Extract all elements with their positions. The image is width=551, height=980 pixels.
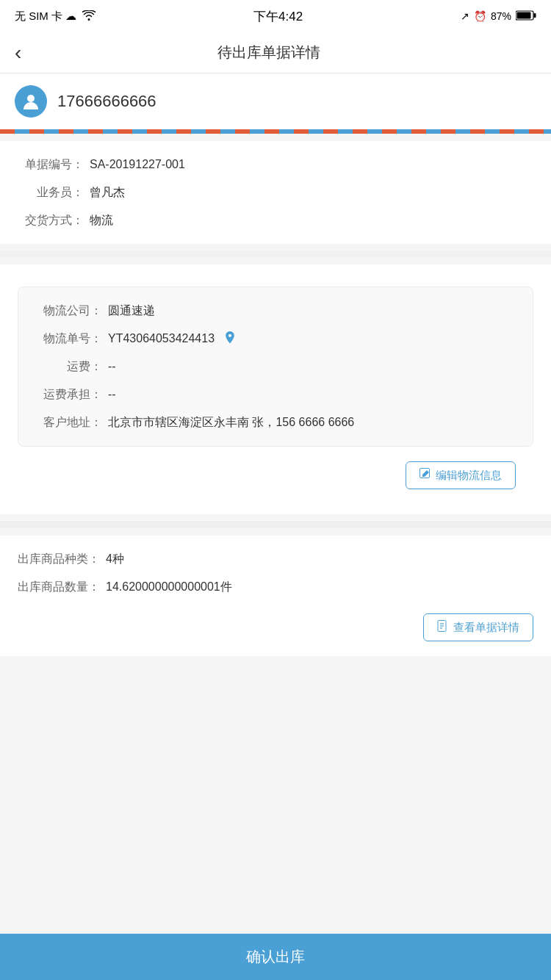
address-value: 北京市市辖区海淀区永丰南 张，156 6666 6666 <box>108 414 515 431</box>
delivery-method-label: 交货方式： <box>18 212 84 229</box>
goods-quantity-label: 出库商品数量： <box>18 578 100 596</box>
status-time: 下午4:42 <box>253 8 303 25</box>
delivery-method-value: 物流 <box>90 212 533 229</box>
view-detail-area: 查看单据详情 <box>18 606 533 641</box>
salesperson-label: 业务员： <box>18 184 84 201</box>
wifi-icon <box>82 10 96 23</box>
freight-row: 运费： -- <box>36 358 515 375</box>
view-detail-label: 查看单据详情 <box>453 621 519 635</box>
svg-rect-1 <box>533 13 536 18</box>
section-separator-2 <box>0 522 551 528</box>
goods-quantity-value: 14.620000000000001件 <box>106 578 533 596</box>
document-icon <box>437 620 449 635</box>
page-title: 待出库单据详情 <box>33 43 504 62</box>
status-left: 无 SIM 卡 ☁ <box>15 10 96 24</box>
goods-types-label: 出库商品种类： <box>18 550 100 568</box>
bottom-spacer <box>0 663 551 796</box>
delivery-method-row: 交货方式： 物流 <box>18 212 533 229</box>
svg-rect-2 <box>516 12 530 18</box>
document-no-row: 单据编号： SA-20191227-001 <box>18 156 533 173</box>
battery-text: 87% <box>491 10 511 22</box>
avatar <box>15 85 47 118</box>
freight-label: 运费： <box>36 358 102 375</box>
tracking-no-row: 物流单号： YT43064053424413 <box>36 330 515 347</box>
section-separator-1 <box>0 251 551 257</box>
freight-value: -- <box>108 358 515 375</box>
svg-point-3 <box>27 95 35 102</box>
status-right: ↗ ⏰ 87% <box>461 10 536 23</box>
tracking-location-icon[interactable] <box>222 331 238 347</box>
salesperson-value: 曾凡杰 <box>90 184 533 201</box>
view-detail-button[interactable]: 查看单据详情 <box>423 613 533 641</box>
dashed-divider <box>0 129 551 134</box>
battery-icon <box>516 10 536 23</box>
goods-section: 出库商品种类： 4种 出库商品数量： 14.620000000000001件 查… <box>0 536 551 656</box>
salesperson-row: 业务员： 曾凡杰 <box>18 184 533 201</box>
address-row: 客户地址： 北京市市辖区海淀区永丰南 张，156 6666 6666 <box>36 414 515 431</box>
customer-phone: 17666666666 <box>57 92 156 111</box>
sim-text: 无 SIM 卡 ☁ <box>15 10 76 24</box>
freight-bearer-value: -- <box>108 386 515 403</box>
edit-logistics-area: 编辑物流信息 <box>18 454 533 500</box>
freight-bearer-label: 运费承担： <box>36 386 102 403</box>
nav-bar: ‹ 待出库单据详情 <box>0 32 551 73</box>
status-bar: 无 SIM 卡 ☁ 下午4:42 ↗ ⏰ 87% <box>0 0 551 32</box>
customer-header: 17666666666 <box>0 73 551 129</box>
document-no-label: 单据编号： <box>18 156 84 173</box>
goods-types-value: 4种 <box>106 550 533 568</box>
basic-info-section: 单据编号： SA-20191227-001 业务员： 曾凡杰 交货方式： 物流 <box>0 141 551 244</box>
address-label: 客户地址： <box>36 414 102 431</box>
logistics-card: 物流公司： 圆通速递 物流单号： YT43064053424413 运费： --… <box>18 287 533 447</box>
alarm-icon: ⏰ <box>474 10 486 22</box>
tracking-no-value: YT43064053424413 <box>108 330 515 347</box>
back-button[interactable]: ‹ <box>15 41 21 65</box>
document-no-value: SA-20191227-001 <box>90 156 533 173</box>
logistics-company-label: 物流公司： <box>36 302 102 320</box>
edit-logistics-button[interactable]: 编辑物流信息 <box>406 461 516 489</box>
edit-logistics-label: 编辑物流信息 <box>436 469 502 483</box>
logistics-company-row: 物流公司： 圆通速递 <box>36 302 515 320</box>
confirm-button-container[interactable]: 确认出库 <box>0 934 551 980</box>
goods-types-row: 出库商品种类： 4种 <box>18 550 533 568</box>
freight-bearer-row: 运费承担： -- <box>36 386 515 403</box>
logistics-company-value: 圆通速递 <box>108 302 515 320</box>
confirm-button-label: 确认出库 <box>246 948 305 965</box>
edit-icon <box>419 468 431 483</box>
tracking-no-label: 物流单号： <box>36 330 102 347</box>
goods-quantity-row: 出库商品数量： 14.620000000000001件 <box>18 578 533 596</box>
logistics-section: 物流公司： 圆通速递 物流单号： YT43064053424413 运费： --… <box>0 264 551 514</box>
location-status-icon: ↗ <box>461 10 469 22</box>
